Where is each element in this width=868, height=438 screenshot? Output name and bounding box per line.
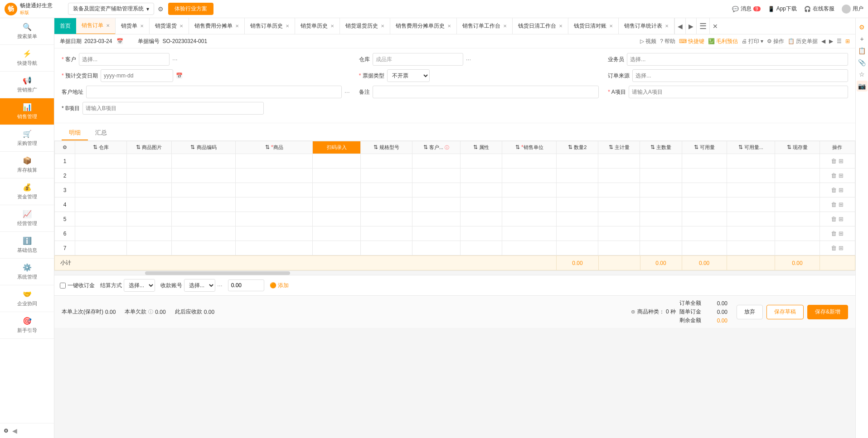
cell-available2[interactable] [727, 168, 775, 183]
delete-icon[interactable]: 🗑 [831, 245, 837, 251]
cell-scan[interactable] [313, 168, 361, 183]
operation-btn[interactable]: ⚙ 操作 [767, 38, 784, 45]
tab-close-icon[interactable]: ✕ [140, 24, 144, 29]
account-select[interactable]: 选择... [184, 279, 215, 292]
sidebar-item-marketing[interactable]: 📢 营销推广 [0, 72, 54, 98]
col-attr[interactable]: ⇅ 属性 [460, 141, 502, 154]
next-record-btn[interactable]: ▶ [829, 38, 833, 44]
sidebar-settings[interactable]: ⚙ ◀ [0, 423, 54, 438]
cell-code[interactable] [171, 226, 236, 241]
tab-close-icon[interactable]: ✕ [106, 23, 110, 28]
online-service-item[interactable]: 🎧 在线客服 [804, 5, 834, 13]
cell-unit[interactable] [502, 226, 557, 241]
cell-main-qty[interactable] [640, 168, 682, 183]
trial-button[interactable]: 体验行业方案 [168, 3, 213, 15]
form-view-btn[interactable]: ⊞ [845, 38, 850, 44]
cell-scan[interactable] [313, 197, 361, 212]
one-click-checkbox[interactable]: 一键收订金 [60, 282, 95, 289]
cell-image[interactable] [126, 241, 171, 255]
staff-input[interactable] [627, 53, 848, 66]
delete-icon[interactable]: 🗑 [831, 216, 837, 222]
copy-icon[interactable]: ⊞ [839, 230, 844, 237]
cell-available[interactable] [682, 197, 727, 212]
cell-warehouse[interactable] [75, 197, 126, 212]
right-form-icon[interactable]: 📋 [857, 45, 868, 56]
one-click-input[interactable] [60, 283, 66, 289]
sidebar-item-search[interactable]: 🔍 搜索菜单 [0, 18, 54, 45]
cell-code[interactable] [171, 183, 236, 197]
cell-scan[interactable] [313, 154, 361, 168]
col-main-qty[interactable]: ⇅ 主数量 [640, 141, 682, 154]
cell-main-qty[interactable] [640, 226, 682, 241]
tab-order-history[interactable]: 销售订单历史 ✕ [245, 18, 295, 34]
discard-btn[interactable]: 放弃 [737, 305, 763, 319]
cell-scan[interactable] [313, 241, 361, 255]
col-available2[interactable]: ⇅ 可用量... [727, 141, 775, 154]
cell-available2[interactable] [727, 226, 775, 241]
cell-current[interactable] [775, 197, 820, 212]
tab-close-icon[interactable]: ✕ [447, 24, 451, 29]
col-settings[interactable]: ⚙ [55, 141, 75, 154]
cell-spec[interactable] [361, 241, 412, 255]
detail-tab-huizong[interactable]: 汇总 [88, 126, 114, 140]
history-btn[interactable]: 📋 历史单据 [788, 38, 818, 45]
cell-customer[interactable] [412, 154, 460, 168]
cell-main-unit[interactable] [598, 183, 640, 197]
print-btn[interactable]: 🖨 打印 ▾ [742, 38, 763, 45]
profit-btn[interactable]: 💹 毛利预估 [708, 38, 738, 45]
col-qty2[interactable]: ⇅ 数量2 [557, 141, 598, 154]
copy-icon[interactable]: ⊞ [839, 245, 844, 251]
a-project-input[interactable] [629, 86, 848, 98]
right-scan-icon[interactable]: 📷 [857, 81, 868, 91]
tab-close-icon[interactable]: ✕ [559, 24, 563, 29]
tab-menu-btn[interactable]: ☰ [696, 18, 709, 34]
col-current[interactable]: ⇅ 现存量 [775, 141, 820, 154]
cell-attr[interactable] [460, 226, 502, 241]
cell-current[interactable] [775, 183, 820, 197]
right-attach-icon[interactable]: 📎 [857, 57, 868, 68]
customer-addr-input[interactable] [86, 86, 342, 98]
cell-main-qty[interactable] [640, 241, 682, 255]
tab-sales-order[interactable]: 销售订单 ✕ [76, 18, 116, 34]
cell-main-unit[interactable] [598, 226, 640, 241]
cell-qty2[interactable] [557, 226, 598, 241]
cell-customer[interactable] [412, 168, 460, 183]
system-selector[interactable]: 装备及固定资产辅助管理系统 ▾ [68, 3, 154, 15]
cell-code[interactable] [171, 154, 236, 168]
cell-main-unit[interactable] [598, 241, 640, 255]
cell-main-unit[interactable] [598, 212, 640, 226]
message-item[interactable]: 💬 消息 9 [732, 5, 761, 13]
add-payment-btn[interactable]: 🟠 添加 [270, 282, 289, 289]
delivery-input[interactable] [101, 69, 173, 82]
tab-order-workbench[interactable]: 销售订单工作台 ✕ [457, 18, 513, 34]
cell-available2[interactable] [727, 197, 775, 212]
save-new-btn[interactable]: 保存&新增 [807, 305, 848, 319]
sidebar-item-sales[interactable]: 📊 销售管理 [0, 98, 54, 125]
calendar-icon[interactable]: 📅 [115, 37, 125, 45]
tab-close-icon[interactable]: ✕ [665, 24, 669, 29]
cell-available[interactable] [682, 183, 727, 197]
cell-unit[interactable] [502, 212, 557, 226]
scrollbar-thumb[interactable] [145, 271, 290, 275]
sidebar-item-nav[interactable]: ⚡ 快捷导航 [0, 45, 54, 72]
tab-sales-slip[interactable]: 销货单 ✕ [116, 18, 150, 34]
cell-available2[interactable] [727, 154, 775, 168]
cell-main-unit[interactable] [598, 197, 640, 212]
cell-name[interactable] [236, 154, 313, 168]
invoice-select[interactable]: 不开票 普通发票 增值税发票 [387, 69, 430, 82]
delete-icon[interactable]: 🗑 [831, 230, 837, 237]
cell-attr[interactable] [460, 154, 502, 168]
cell-attr[interactable] [460, 183, 502, 197]
addr-more-btn[interactable]: ··· [344, 88, 350, 96]
delete-icon[interactable]: 🗑 [831, 158, 837, 164]
tab-close-icon[interactable]: ✕ [286, 24, 289, 29]
right-star-icon[interactable]: ☆ [857, 69, 868, 80]
app-download-item[interactable]: 📱 App下载 [768, 5, 797, 13]
cell-available2[interactable] [727, 241, 775, 255]
prev-record-btn[interactable]: ◀ [821, 38, 825, 44]
cell-main-unit[interactable] [598, 154, 640, 168]
cell-code[interactable] [171, 241, 236, 255]
cell-unit[interactable] [502, 241, 557, 255]
help-btn[interactable]: ? 帮助 [660, 38, 675, 45]
cell-name[interactable] [236, 197, 313, 212]
